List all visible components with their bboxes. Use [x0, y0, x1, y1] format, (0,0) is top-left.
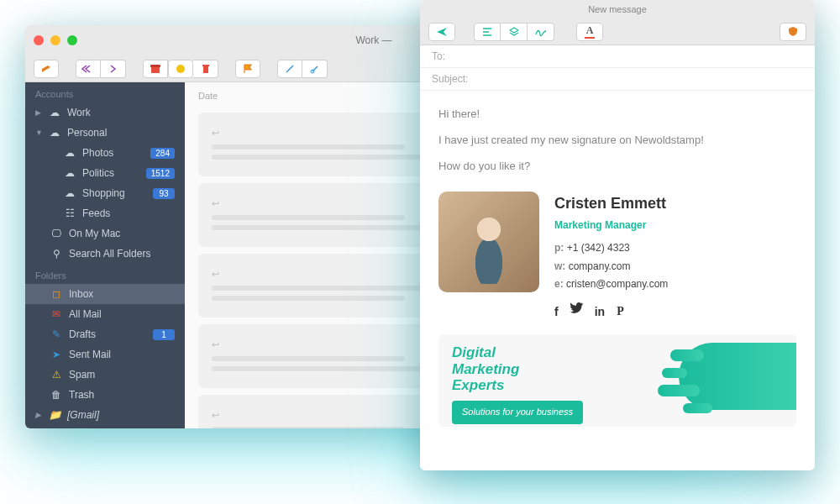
sidebar-item-label: Work — [67, 107, 175, 118]
facebook-icon[interactable]: f — [554, 302, 559, 321]
sidebar-item-label: Photos — [82, 147, 144, 159]
sidebar-item-label: Trash — [69, 389, 175, 401]
chevron-right-icon: ▶ — [35, 108, 42, 117]
social-icons: f in P — [554, 302, 796, 321]
sidebar-item-gmail[interactable]: ▶ 📁 [Gmail] — [25, 405, 185, 425]
count-badge: 1512 — [146, 168, 175, 179]
cloud-icon: ☁ — [49, 107, 60, 118]
avatar — [438, 192, 539, 292]
sidebar-item-shopping[interactable]: ☁ Shopping 93 — [25, 183, 185, 203]
compose-body[interactable]: Hi there! I have just created my new sig… — [420, 91, 815, 442]
archive-button[interactable] — [143, 60, 168, 78]
sidebar: Accounts ▶ ☁ Work ▼ ☁ Personal ☁ Photos … — [25, 82, 185, 428]
sidebar-item-spam[interactable]: ⚠ Spam — [25, 365, 185, 385]
sidebar-item-label: Personal — [67, 127, 175, 139]
sidebar-item-search-all[interactable]: ⚲ Search All Folders — [25, 244, 185, 264]
sidebar-item-label: All Mail — [69, 308, 175, 320]
sidebar-item-photos[interactable]: ☁ Photos 284 — [25, 143, 185, 163]
layers-button[interactable] — [501, 23, 528, 41]
attach-button[interactable] — [302, 60, 328, 78]
traffic-lights — [34, 35, 77, 45]
sidebar-item-label: On My Mac — [69, 228, 175, 239]
to-label: To: — [432, 50, 445, 62]
inbox-icon: ◻ — [50, 288, 62, 300]
pencil-icon: ✎ — [50, 328, 62, 340]
sidebar-item-label: Shopping — [82, 187, 146, 199]
sidebar-item-inbox[interactable]: ◻ Inbox — [25, 284, 185, 304]
reply-icon: ↩ — [212, 269, 219, 279]
feed-icon: ☷ — [64, 207, 76, 219]
cloud-icon: ☁ — [64, 147, 76, 159]
signature-name: Cristen Emmett — [554, 192, 796, 216]
sidebar-item-label: Feeds — [82, 207, 175, 219]
sidebar-item-label: Politics — [82, 167, 139, 179]
compose-window: New message A To: Subject: Hi there! I h… — [420, 0, 815, 470]
body-greeting: Hi there! — [438, 106, 796, 123]
reply-icon: ↩ — [212, 128, 219, 138]
sidebar-item-work[interactable]: ▶ ☁ Work — [25, 102, 185, 123]
compose-button[interactable] — [34, 60, 59, 78]
count-badge: 284 — [150, 148, 175, 159]
delete-button[interactable] — [193, 60, 218, 78]
sidebar-item-label: Inbox — [69, 288, 175, 300]
sidebar-item-sent[interactable]: ➤ Sent Mail — [25, 344, 185, 365]
reply-icon: ↩ — [212, 410, 219, 420]
trash-icon: 🗑 — [50, 389, 62, 401]
sidebar-item-politics[interactable]: ☁ Politics 1512 — [25, 163, 185, 183]
accounts-header: Accounts — [25, 82, 185, 102]
chevron-down-icon: ▼ — [35, 129, 42, 137]
shield-button[interactable] — [780, 23, 806, 41]
svg-rect-3 — [203, 66, 208, 73]
to-field[interactable]: To: — [420, 45, 815, 68]
junk-button[interactable] — [168, 60, 193, 78]
font-style-button[interactable]: A — [576, 23, 603, 41]
close-button[interactable] — [34, 35, 44, 45]
sidebar-item-personal[interactable]: ▼ ☁ Personal — [25, 123, 185, 143]
banner-decoration — [628, 334, 796, 427]
edit-button[interactable] — [277, 60, 302, 78]
send-icon: ➤ — [50, 349, 62, 360]
window-title: Work — — [355, 34, 391, 46]
reply-all-button[interactable] — [76, 60, 101, 78]
signature-phone: p: +1 (342) 4323 — [554, 240, 796, 256]
count-badge: 1 — [153, 329, 175, 340]
svg-rect-4 — [202, 65, 209, 66]
compose-title: New message — [588, 4, 647, 14]
svg-point-2 — [176, 65, 185, 73]
maximize-button[interactable] — [67, 35, 77, 45]
sidebar-item-trash[interactable]: 🗑 Trash — [25, 385, 185, 405]
spam-icon: ⚠ — [50, 369, 62, 381]
banner-button[interactable]: Solutions for your business — [452, 401, 583, 424]
minimize-button[interactable] — [50, 35, 60, 45]
flag-button[interactable] — [235, 60, 260, 78]
reply-icon: ↩ — [212, 198, 219, 208]
sidebar-item-drafts[interactable]: ✎ Drafts 1 — [25, 324, 185, 344]
sidebar-item-label: Sent Mail — [69, 349, 175, 360]
send-button[interactable] — [428, 23, 455, 41]
reply-icon: ↩ — [212, 339, 219, 349]
forward-button[interactable] — [101, 60, 126, 78]
sidebar-item-feeds[interactable]: ☷ Feeds — [25, 203, 185, 223]
sidebar-item-label: [Gmail] — [67, 409, 175, 421]
compose-toolbar: A — [420, 18, 815, 45]
sidebar-item-label: Search All Folders — [69, 248, 175, 260]
folders-header: Folders — [25, 264, 185, 284]
sidebar-item-label: Spam — [69, 369, 175, 381]
sidebar-item-all-mail[interactable]: ✉ All Mail — [25, 304, 185, 324]
twitter-icon[interactable] — [570, 302, 583, 321]
compose-titlebar: New message — [420, 0, 815, 18]
cloud-icon: ☁ — [64, 187, 76, 199]
signature-button[interactable] — [528, 23, 554, 41]
desktop-icon: 🖵 — [50, 228, 62, 239]
cloud-icon: ☁ — [64, 167, 76, 179]
align-button[interactable] — [474, 23, 501, 41]
sidebar-item-label: Drafts — [69, 328, 146, 340]
subject-field[interactable]: Subject: — [420, 68, 815, 91]
pinterest-icon[interactable]: P — [617, 302, 624, 321]
folder-icon: 📁 — [49, 409, 60, 421]
sidebar-item-on-my-mac[interactable]: 🖵 On My Mac — [25, 223, 185, 244]
search-icon: ⚲ — [50, 248, 62, 260]
linkedin-icon[interactable]: in — [595, 302, 605, 321]
signature-banner[interactable]: Digital Marketing Experts Solutions for … — [438, 334, 796, 427]
svg-rect-1 — [150, 65, 160, 67]
